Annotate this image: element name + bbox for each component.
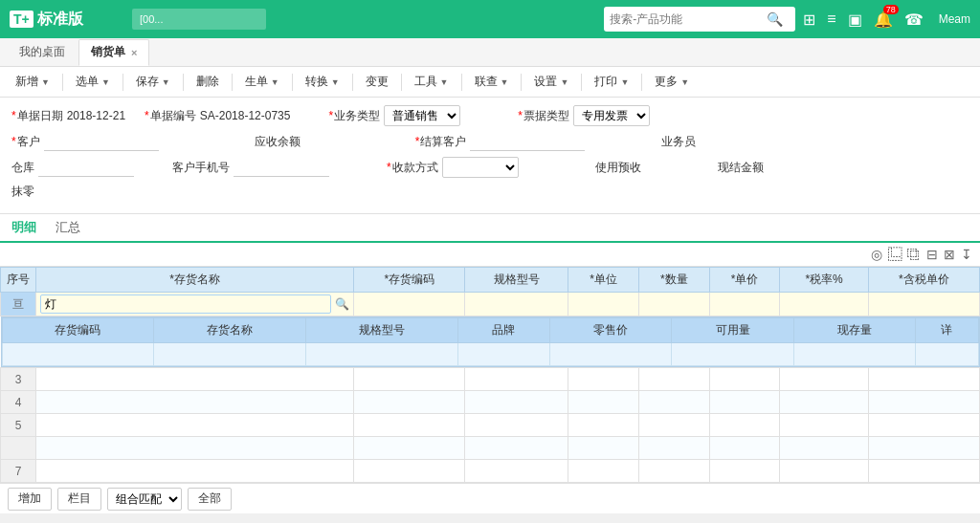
row-qty-6[interactable]: [638, 437, 709, 460]
dd-spec[interactable]: [305, 343, 457, 366]
calendar-icon[interactable]: ⊞: [803, 11, 815, 29]
btn-select[interactable]: 选单 ▼: [68, 70, 118, 95]
dd-avail[interactable]: [672, 343, 794, 366]
row-name-3[interactable]: [36, 368, 354, 391]
row-code-5[interactable]: [354, 414, 465, 437]
dd-detail[interactable]: [916, 343, 978, 366]
row-tax-5[interactable]: [780, 414, 869, 437]
delete-row-icon[interactable]: ⊠: [944, 247, 955, 262]
btn-delete[interactable]: 删除: [189, 70, 227, 95]
tab-desktop[interactable]: 我的桌面: [8, 39, 77, 66]
dd-brand[interactable]: [457, 343, 549, 366]
dd-code[interactable]: [2, 343, 154, 366]
row-tax-3[interactable]: [780, 368, 869, 391]
btn-generate[interactable]: 生单 ▼: [237, 70, 287, 95]
btn-tools[interactable]: 工具 ▼: [407, 70, 457, 95]
row-code-4[interactable]: [354, 391, 465, 414]
row-code-3[interactable]: [354, 368, 465, 391]
row-code-7[interactable]: [354, 460, 465, 483]
btn-row-add[interactable]: 增加: [8, 488, 52, 511]
wh-input[interactable]: [38, 158, 134, 177]
row-code-1[interactable]: [354, 293, 465, 316]
btn-change[interactable]: 变更: [358, 70, 396, 95]
row-qty-5[interactable]: [638, 414, 709, 437]
btn-add[interactable]: 新增 ▼: [8, 70, 57, 95]
row-taxprice-3[interactable]: [868, 368, 979, 391]
bell-icon[interactable]: 🔔 78: [874, 11, 893, 29]
row-unit-1[interactable]: [568, 293, 639, 316]
row-taxprice-6[interactable]: [868, 437, 979, 460]
tab-detail[interactable]: 明细: [11, 214, 36, 243]
copy-icon-1[interactable]: ⿺: [888, 247, 902, 262]
row-taxprice-4[interactable]: [868, 391, 979, 414]
btn-query[interactable]: 联查 ▼: [467, 70, 517, 95]
row-price-1[interactable]: [709, 293, 780, 316]
num-value[interactable]: SA-2018-12-0735: [200, 109, 291, 122]
btn-columns[interactable]: 栏目: [57, 488, 101, 511]
row-price-7[interactable]: [709, 460, 780, 483]
inv-select[interactable]: 专用发票: [573, 105, 650, 126]
biz-select[interactable]: 普通销售: [384, 105, 460, 126]
phone-input[interactable]: [234, 158, 329, 177]
location-icon[interactable]: ◎: [871, 247, 882, 262]
row-name-1[interactable]: 🔍: [36, 293, 354, 316]
row-name-4[interactable]: [36, 391, 354, 414]
btn-convert[interactable]: 转换 ▼: [298, 70, 347, 95]
btn-settings[interactable]: 设置 ▼: [526, 70, 576, 95]
customer-input[interactable]: [44, 132, 159, 151]
row-tax-6[interactable]: [780, 437, 869, 460]
row-price-6[interactable]: [709, 437, 780, 460]
row-taxprice-7[interactable]: [868, 460, 979, 483]
copy-icon-2[interactable]: ⿻: [907, 247, 921, 262]
row-unit-4[interactable]: [568, 391, 639, 414]
row-tax-1[interactable]: [780, 293, 869, 316]
import-icon[interactable]: ↧: [961, 247, 972, 262]
dd-stock[interactable]: [793, 343, 916, 366]
date-value[interactable]: 2018-12-21: [67, 109, 125, 122]
window-icon[interactable]: ▣: [848, 11, 862, 29]
row-unit-7[interactable]: [568, 460, 639, 483]
row-unit-3[interactable]: [568, 368, 639, 391]
settle-input[interactable]: [470, 132, 585, 151]
paste-icon[interactable]: ⊟: [926, 247, 938, 262]
phone-icon[interactable]: ☎: [904, 11, 924, 29]
row-name-5[interactable]: [36, 414, 354, 437]
row-taxprice-1[interactable]: [868, 293, 979, 316]
row-spec-5[interactable]: [465, 414, 568, 437]
dd-retail[interactable]: [549, 343, 672, 366]
row-spec-7[interactable]: [465, 460, 568, 483]
list-icon[interactable]: ≡: [827, 11, 835, 28]
row-tax-7[interactable]: [780, 460, 869, 483]
row-qty-4[interactable]: [638, 391, 709, 414]
account-info[interactable]: [00...: [132, 9, 266, 30]
btn-all[interactable]: 全部: [188, 488, 232, 511]
row-name-7[interactable]: [36, 460, 354, 483]
dd-name[interactable]: [154, 343, 306, 366]
row-spec-1[interactable]: [465, 293, 568, 316]
tab-sales-order[interactable]: 销货单 ×: [78, 39, 149, 66]
match-select[interactable]: 组合匹配: [107, 488, 182, 511]
btn-save[interactable]: 保存 ▼: [128, 70, 178, 95]
btn-print[interactable]: 打印 ▼: [587, 70, 636, 95]
row-price-3[interactable]: [709, 368, 780, 391]
btn-more[interactable]: 更多 ▼: [647, 70, 697, 95]
pay-select[interactable]: [442, 157, 519, 178]
row-unit-6[interactable]: [568, 437, 639, 460]
row-code-6[interactable]: [354, 437, 465, 460]
cell-search-icon[interactable]: 🔍: [335, 297, 349, 311]
row-unit-5[interactable]: [568, 414, 639, 437]
row-spec-6[interactable]: [465, 437, 568, 460]
row-qty-7[interactable]: [638, 460, 709, 483]
search-icon[interactable]: 🔍: [767, 11, 783, 27]
row-qty-1[interactable]: [638, 293, 709, 316]
row-price-4[interactable]: [709, 391, 780, 414]
inventory-search-input[interactable]: [40, 294, 331, 314]
tab-summary[interactable]: 汇总: [56, 214, 80, 243]
row-price-5[interactable]: [709, 414, 780, 437]
row-spec-3[interactable]: [465, 368, 568, 391]
tab-close-icon[interactable]: ×: [131, 47, 137, 58]
search-input[interactable]: [610, 12, 763, 26]
row-name-6[interactable]: [36, 437, 354, 460]
row-qty-3[interactable]: [638, 368, 709, 391]
row-taxprice-5[interactable]: [868, 414, 979, 437]
